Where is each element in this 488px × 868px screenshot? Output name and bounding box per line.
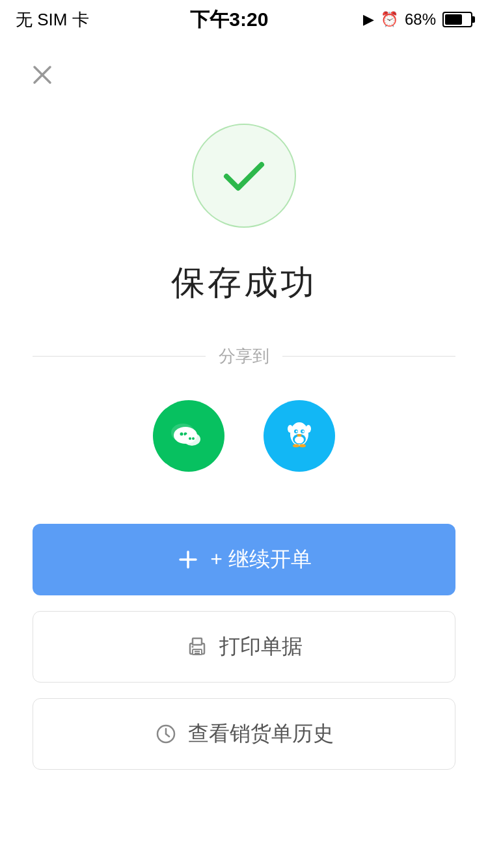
carrier-text: 无 SIM 卡 (16, 8, 89, 31)
battery-fill (445, 14, 462, 25)
svg-point-15 (303, 431, 305, 433)
close-button[interactable] (26, 59, 59, 91)
svg-point-11 (295, 437, 304, 444)
share-label: 分享到 (219, 345, 269, 368)
plus-icon (176, 548, 200, 571)
main-content: 保存成功 分享到 (0, 98, 488, 868)
battery-icon (442, 12, 472, 27)
success-title: 保存成功 (171, 260, 317, 306)
print-label: 打印单据 (219, 632, 303, 661)
status-right: ▶ ⏰ 68% (363, 10, 472, 29)
divider-line-left (33, 356, 206, 357)
svg-rect-24 (193, 638, 202, 645)
svg-line-31 (166, 734, 169, 737)
print-icon (185, 635, 209, 658)
location-icon: ▶ (363, 11, 374, 28)
svg-point-14 (296, 431, 298, 433)
share-divider: 分享到 (33, 345, 455, 368)
success-icon (192, 124, 296, 228)
svg-point-28 (192, 646, 194, 648)
share-icons (153, 400, 335, 472)
history-icon (154, 722, 178, 746)
svg-point-8 (192, 437, 195, 440)
history-button[interactable]: 查看销货单历史 (33, 698, 455, 770)
close-area (0, 39, 488, 98)
print-button[interactable]: 打印单据 (33, 611, 455, 683)
svg-point-16 (297, 434, 302, 437)
svg-point-6 (183, 433, 200, 446)
alarm-icon: ⏰ (381, 11, 398, 28)
status-left: 无 SIM 卡 (16, 8, 96, 31)
action-buttons: + 继续开单 打印单据 查看销货单历史 (33, 524, 455, 770)
time-display: 下午3:20 (190, 7, 268, 33)
svg-point-18 (299, 444, 306, 448)
share-wechat-button[interactable] (153, 400, 224, 472)
share-qq-button[interactable] (264, 400, 335, 472)
svg-point-4 (180, 433, 183, 436)
battery-percentage: 68% (405, 10, 436, 29)
continue-label: + 继续开单 (210, 545, 312, 574)
svg-point-20 (306, 425, 311, 433)
status-bar: 无 SIM 卡 下午3:20 ▶ ⏰ 68% (0, 0, 488, 39)
divider-line-right (282, 356, 455, 357)
svg-point-19 (288, 425, 293, 433)
svg-point-7 (189, 437, 191, 440)
continue-button[interactable]: + 继续开单 (33, 524, 455, 595)
svg-point-17 (293, 444, 299, 448)
history-label: 查看销货单历史 (188, 720, 334, 748)
